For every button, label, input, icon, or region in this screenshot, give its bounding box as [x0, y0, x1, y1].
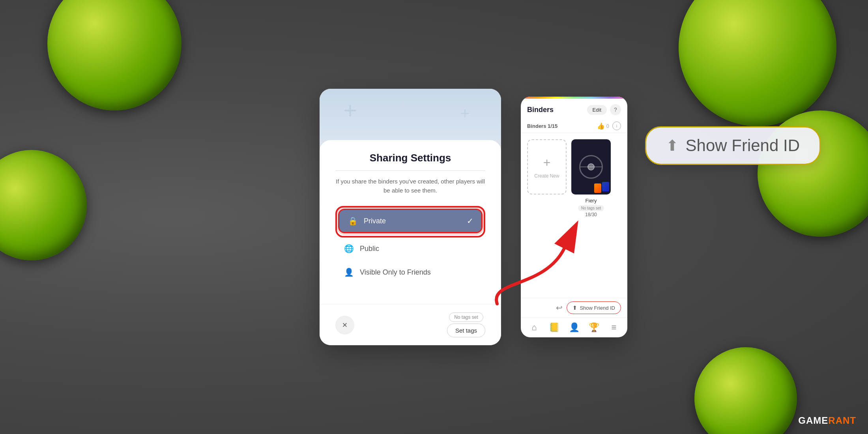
- main-content: Sharing Settings If you share the binder…: [0, 0, 868, 434]
- person-icon: 👤: [343, 268, 354, 277]
- mini-card-1: [594, 183, 601, 193]
- like-count: 0: [606, 123, 609, 129]
- mini-cards: [594, 183, 609, 193]
- header-actions: Edit ?: [587, 104, 621, 115]
- upload-icon-large: ⬆: [666, 137, 679, 154]
- private-option-highlight: 🔒 Private ✓: [335, 206, 485, 238]
- nav-home-icon[interactable]: ⌂: [527, 322, 541, 333]
- thumbs-up-icon: 👍: [597, 122, 605, 130]
- info-icon[interactable]: i: [612, 122, 621, 130]
- show-friend-id-large-button[interactable]: ⬆ Show Friend ID: [645, 126, 821, 165]
- globe-icon: 🌐: [343, 244, 354, 253]
- close-button[interactable]: ×: [335, 316, 354, 335]
- show-friend-id-large-label: Show Friend ID: [686, 136, 800, 155]
- option-friends-label: Visible Only to Friends: [360, 268, 477, 277]
- nav-menu-icon[interactable]: ≡: [607, 322, 621, 333]
- set-tags-button[interactable]: Set tags: [447, 324, 485, 337]
- close-icon: ×: [342, 320, 348, 330]
- large-button-container: ⬆ Show Friend ID: [645, 126, 821, 165]
- red-arrow: [473, 209, 584, 320]
- binder-cover: [571, 139, 611, 195]
- lock-icon: 🔒: [347, 216, 358, 226]
- gamerant-logo: GAMERANT: [798, 415, 856, 426]
- checkmark-icon: ✓: [467, 216, 473, 226]
- binders-subheader: Binders 1/15 👍 0 i: [521, 119, 627, 133]
- mini-card-2: [602, 182, 609, 191]
- option-private-label: Private: [364, 217, 461, 225]
- sharing-settings-title: Sharing Settings: [335, 152, 485, 164]
- binder-name: Fiery: [586, 198, 597, 204]
- rant-text: RANT: [828, 415, 856, 426]
- option-public[interactable]: 🌐 Public: [335, 238, 485, 260]
- option-friends[interactable]: 👤 Visible Only to Friends: [335, 261, 485, 283]
- option-private[interactable]: 🔒 Private ✓: [338, 209, 483, 233]
- sharing-description: If you share the binders you've created,…: [335, 177, 485, 195]
- show-friend-id-small-label: Show Friend ID: [580, 305, 615, 311]
- title-divider: [335, 170, 485, 171]
- binder-fraction: 18/30: [585, 212, 597, 217]
- create-new-card[interactable]: + Create New: [527, 139, 567, 195]
- option-public-label: Public: [360, 245, 477, 253]
- help-button[interactable]: ?: [610, 104, 621, 115]
- panel-top-decoration: [320, 89, 501, 140]
- binders-title: Binders: [527, 106, 554, 114]
- pokeball-icon: [579, 155, 603, 179]
- binders-header: Binders Edit ?: [521, 99, 627, 119]
- nav-person-icon[interactable]: 👤: [567, 322, 581, 333]
- create-new-label: Create New: [534, 173, 559, 179]
- nav-book-icon[interactable]: 📒: [547, 322, 561, 333]
- game-text: GAME: [798, 415, 828, 426]
- nav-trophy-icon[interactable]: 🏆: [587, 322, 601, 333]
- edit-button[interactable]: Edit: [587, 105, 607, 115]
- bottom-nav: ⌂ 📒 👤 🏆 ≡: [521, 317, 627, 337]
- like-area: 👍 0: [597, 122, 609, 130]
- binders-count: Binders 1/15: [527, 123, 557, 129]
- create-plus-icon: +: [543, 155, 551, 170]
- subheader-icons: 👍 0 i: [597, 122, 621, 130]
